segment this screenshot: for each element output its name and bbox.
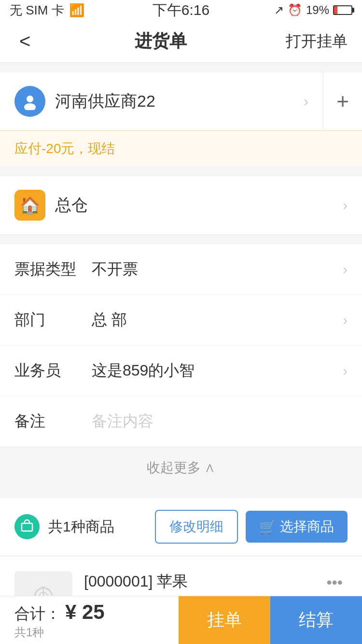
salesperson-label: 业务员 — [14, 360, 82, 381]
collapse-row[interactable]: 收起更多 ∧ — [0, 447, 362, 489]
total-label: 合计： — [14, 605, 61, 622]
open-hold-button[interactable]: 打开挂单 — [286, 31, 348, 52]
supplier-notice: 应付-20元，现结 — [0, 130, 362, 167]
status-right: ↗ ⏰ 19% — [274, 3, 352, 17]
salesperson-value: 这是859的小智 — [82, 360, 343, 381]
products-icon — [14, 514, 40, 539]
salesperson-chevron-icon: › — [343, 363, 348, 379]
total-amount: ¥ 25 — [65, 601, 105, 623]
edit-detail-button[interactable]: 修改明细 — [155, 510, 238, 544]
svg-point-0 — [27, 96, 33, 102]
products-count: 共1种商品 — [48, 517, 155, 537]
alarm-icon: ⏰ — [288, 3, 302, 17]
product-more-button[interactable]: ••• — [321, 571, 348, 594]
warehouse-chevron-icon: › — [343, 197, 348, 213]
warehouse-name: 总仓 — [55, 194, 343, 216]
supplier-row[interactable]: 河南供应商22 › — [0, 72, 323, 130]
products-header: 共1种商品 修改明细 🛒 选择商品 — [0, 498, 362, 556]
settle-button[interactable]: 结算 — [270, 596, 362, 644]
supplier-avatar — [14, 86, 45, 117]
invoice-type-label: 票据类型 — [14, 259, 82, 280]
select-product-button[interactable]: 🛒 选择商品 — [246, 511, 348, 543]
supplier-chevron-icon: › — [304, 93, 308, 110]
warehouse-row[interactable]: 🏠 总仓 › — [0, 176, 362, 235]
back-button[interactable]: < — [14, 26, 35, 57]
remark-label: 备注 — [14, 411, 82, 432]
product-name: [0000001] 苹果 — [84, 571, 321, 592]
department-value: 总 部 — [82, 309, 343, 331]
svg-point-1 — [24, 103, 36, 110]
hold-button[interactable]: 挂单 — [179, 596, 270, 644]
add-supplier-button[interactable]: + — [323, 80, 362, 123]
battery-percent: 19% — [306, 3, 329, 17]
bottom-bar: 合计： ¥ 25 共1种 挂单 结算 — [0, 596, 362, 644]
page-title: 进货单 — [135, 29, 187, 53]
supplier-name: 河南供应商22 — [55, 90, 304, 112]
nav-bar: < 进货单 打开挂单 — [0, 20, 362, 63]
department-chevron-icon: › — [343, 312, 348, 328]
warehouse-section: 🏠 总仓 › — [0, 176, 362, 235]
select-product-label: 选择商品 — [280, 518, 334, 536]
total-count: 共1种 — [14, 625, 164, 640]
collapse-label: 收起更多 ∧ — [147, 459, 216, 477]
supplier-section: 河南供应商22 › + — [0, 72, 362, 130]
form-section: 票据类型 不开票 › 部门 总 部 › 业务员 这是859的小智 › 备注 备注… — [0, 244, 362, 447]
invoice-type-chevron-icon: › — [343, 261, 348, 278]
invoice-type-value: 不开票 — [82, 259, 343, 280]
product-title: 苹果 — [157, 573, 188, 590]
total-row: 合计： ¥ 25 — [14, 601, 164, 625]
remark-input[interactable]: 备注内容 — [82, 411, 348, 432]
carrier-text: 无 SIM 卡 — [10, 2, 64, 19]
invoice-type-row[interactable]: 票据类型 不开票 › — [0, 244, 362, 295]
battery-icon — [333, 5, 352, 15]
salesperson-row[interactable]: 业务员 这是859的小智 › — [0, 346, 362, 396]
warehouse-icon: 🏠 — [14, 190, 45, 221]
product-code: [0000001] — [84, 573, 153, 590]
department-row[interactable]: 部门 总 部 › — [0, 295, 362, 346]
section-gap-1 — [0, 63, 362, 72]
department-label: 部门 — [14, 309, 82, 331]
cart-icon: 🛒 — [259, 519, 276, 535]
status-bar: 无 SIM 卡 📶 下午6:16 ↗ ⏰ 19% — [0, 0, 362, 20]
wifi-icon: 📶 — [69, 3, 84, 18]
remark-row[interactable]: 备注 备注内容 — [0, 396, 362, 447]
svg-rect-2 — [22, 523, 32, 531]
location-icon: ↗ — [274, 3, 284, 17]
total-section: 合计： ¥ 25 共1种 — [0, 601, 179, 640]
status-left: 无 SIM 卡 📶 — [10, 2, 84, 19]
status-time: 下午6:16 — [153, 0, 209, 20]
